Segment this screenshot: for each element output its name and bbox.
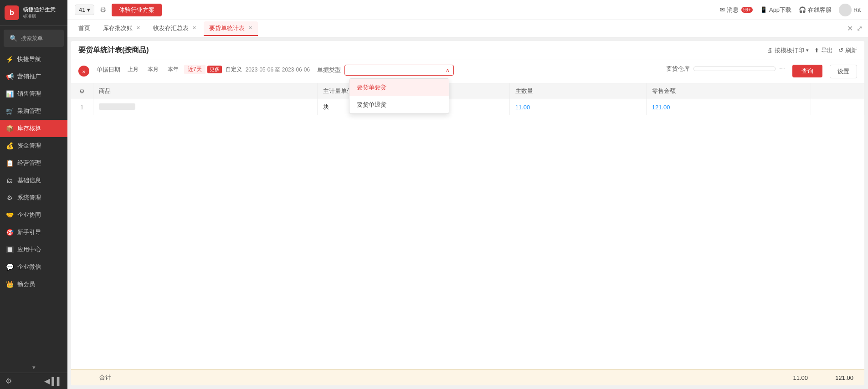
sidebar-bottom: ⚙ ◀ ▌▌ [0,373,67,389]
sidebar-item-label: 企业协同 [17,211,41,219]
header-gear-icon[interactable]: ⚙ [100,5,106,14]
close-all-tabs-icon[interactable]: ✕ [847,24,853,33]
date-range-text: 2023-05-06 至 2023-06-06 [246,66,310,74]
sidebar-item-operations[interactable]: 📋 经营管理 [0,154,67,172]
row-quantity: 11.00 [509,99,646,115]
shortcut-this-month[interactable]: 本月 [144,65,162,74]
row-product [93,99,317,115]
custom-date-button[interactable]: 自定义 [226,66,242,73]
page-actions: 🖨 按模板打印 ▾ ⬆ 导出 ↺ 刷新 [767,46,857,55]
sidebar-item-guide[interactable]: 🎯 新手引导 [0,224,67,241]
sidebar-item-label: 基础信息 [17,176,41,184]
messages-label: 消息 [727,6,739,14]
sidebar-item-member[interactable]: 👑 畅会员 [0,276,67,293]
table-header-row: ⚙ 商品 主计量单位 主数量 零售金额 [71,83,864,99]
page-content: 要货单统计表(按商品) 🖨 按模板打印 ▾ ⬆ 导出 ↺ 刷新 [71,41,864,385]
avatar [839,4,852,16]
customer-service-item[interactable]: 🎧 在线客服 [799,6,832,14]
warehouse-select[interactable] [693,67,776,71]
company-dropdown-icon: ▾ [87,6,90,13]
product-placeholder [99,103,135,110]
sidebar-item-finance[interactable]: 💰 资金管理 [0,137,67,154]
header-left: 41 ▾ ⚙ 体验行业方案 [75,4,162,16]
user-name: Rit [853,6,861,13]
data-table: ⚙ 商品 主计量单位 主数量 零售金额 1 [71,83,864,115]
phone-icon: 📱 [760,6,767,13]
sidebar-item-quick-nav[interactable]: ⚡ 快捷导航 [0,51,67,68]
export-label: 导出 [821,46,833,55]
row-extra [811,99,864,115]
sidebar-item-label: 采购管理 [17,107,41,115]
sidebar-item-inventory[interactable]: 📦 库存核算 [0,120,67,137]
sidebar-collapse-icon[interactable]: ◀ ▌▌ [44,377,62,385]
sidebar-settings-icon[interactable]: ⚙ [5,377,12,385]
col-settings[interactable]: ⚙ [71,83,93,99]
shortcut-last-month[interactable]: 上月 [124,65,142,74]
tab-order-summary-label: 要货单统计表 [209,24,245,32]
customer-service-label: 在线客服 [808,6,832,14]
sidebar-logo: b 畅捷通好生意 标准版 [0,0,67,26]
tab-home-label: 首页 [78,24,90,32]
more-date-badge[interactable]: 更多 [207,66,222,73]
top-header: 41 ▾ ⚙ 体验行业方案 ✉ 消息 99+ 📱 App下载 🎧 在线客服 R [67,0,868,20]
tab-receive-summary-close[interactable]: ✕ [192,25,196,31]
type-filter-label: 单据类型 [317,66,341,74]
query-button[interactable]: 查询 [792,65,822,77]
logo-name: 畅捷通好生意 [23,6,56,14]
type-dropdown: 要货单要货 要货单退货 [349,78,449,114]
headset-icon: 🎧 [799,6,806,13]
date-filter-group: 单据日期 上月 本月 本年 近7天 更多 自定义 2023-05-06 至 20… [97,65,310,74]
tab-batch-account-close[interactable]: ✕ [136,25,140,31]
export-action[interactable]: ⬆ 导出 [814,46,833,55]
tab-receive-summary[interactable]: 收发存汇总表 ✕ [148,21,202,36]
dropdown-item-1[interactable]: 要货单退货 [349,96,449,113]
enterprise-icon: 🤝 [5,211,14,219]
type-filter-group: 单据类型 ∧ 要货单要货 要货单退货 [317,65,659,76]
expand-filter-button[interactable]: » [78,66,89,77]
sidebar-scroll-down[interactable]: ▾ [0,362,67,373]
sidebar-item-enterprise[interactable]: 🤝 企业协同 [0,206,67,224]
maximize-icon[interactable]: ⤢ [857,24,863,33]
quick-nav-icon: ⚡ [5,55,14,63]
sidebar-item-label: 营销推广 [17,72,41,81]
sidebar-item-wechat[interactable]: 💬 企业微信 [0,258,67,276]
total-values: 11.00 121.00 [677,374,859,381]
tab-order-summary[interactable]: 要货单统计表 ✕ [204,21,258,36]
settings-button[interactable]: 设置 [830,65,857,78]
table-row: 1 块 11.00 121.00 [71,99,864,115]
dropdown-item-0[interactable]: 要货单要货 [349,79,449,96]
shortcut-this-year[interactable]: 本年 [164,65,182,74]
sidebar-item-base[interactable]: 🗂 基础信息 [0,172,67,189]
tab-home[interactable]: 首页 [73,21,96,36]
refresh-action[interactable]: ↺ 刷新 [838,46,857,55]
message-icon: ✉ [720,6,725,13]
search-nav-icon: 🔍 [9,34,17,42]
type-filter-select[interactable]: ∧ [344,65,454,76]
filter-bar: » 单据日期 上月 本月 本年 近7天 更多 自定义 2023-05-06 至 … [71,60,864,83]
member-icon: 👑 [5,280,14,288]
messages-item[interactable]: ✉ 消息 99+ [720,6,753,14]
purchase-icon: 🛒 [5,107,14,115]
sidebar-item-purchase[interactable]: 🛒 采购管理 [0,102,67,120]
sidebar-item-sales[interactable]: 📊 销售管理 [0,85,67,102]
tab-batch-account[interactable]: 库存批次账 ✕ [98,21,146,36]
sidebar-item-label: 销售管理 [17,90,41,98]
company-selector[interactable]: 41 ▾ [75,5,94,15]
tab-order-summary-close[interactable]: ✕ [248,25,252,31]
user-item[interactable]: Rit [839,4,861,16]
sidebar-item-label: 库存核算 [17,124,41,133]
inventory-icon: 📦 [5,124,14,133]
print-action[interactable]: 🖨 按模板打印 ▾ [767,46,809,55]
wechat-icon: 💬 [5,263,14,271]
print-dropdown-icon: ▾ [806,47,809,53]
sidebar-search[interactable]: 🔍 搜索菜单 [4,30,64,47]
guide-icon: 🎯 [5,228,14,236]
app-download-item[interactable]: 📱 App下载 [760,6,791,14]
print-label: 按模板打印 [775,46,804,55]
filter-more-button[interactable]: ··· [779,65,785,73]
sidebar-item-marketing[interactable]: 📢 营销推广 [0,68,67,85]
trial-button[interactable]: 体验行业方案 [112,4,162,16]
shortcut-7days[interactable]: 近7天 [184,65,205,74]
sidebar-item-system[interactable]: ⚙ 系统管理 [0,189,67,206]
sidebar-item-app-center[interactable]: 🔲 应用中心 [0,241,67,258]
